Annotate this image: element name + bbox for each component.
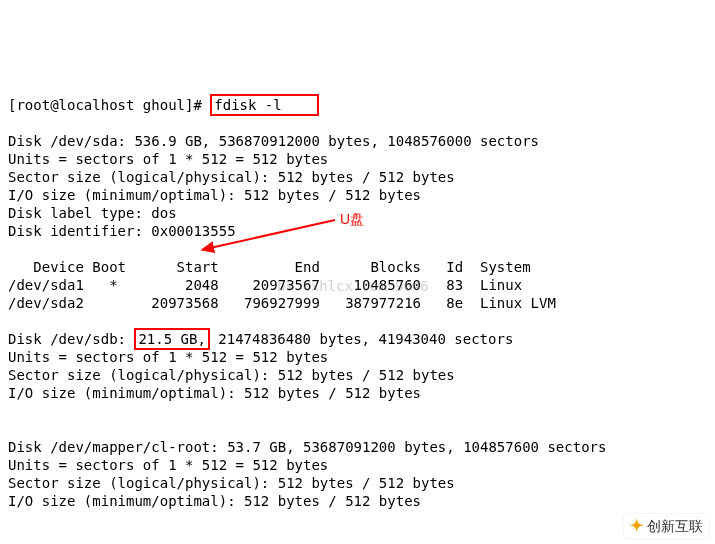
prompt-text: [root@localhost ghoul]# — [8, 97, 210, 113]
disk-sdb-suffix: 21474836480 bytes, 41943040 sectors — [210, 331, 513, 347]
terminal-output: [root@localhost ghoul]# fdisk -l Disk /d… — [8, 78, 707, 544]
brand-badge-text: 创新互联 — [647, 517, 703, 535]
disk-sdb-size: 21.5 GB, — [138, 331, 205, 347]
disk-sda-sector: Sector size (logical/physical): 512 byte… — [8, 169, 455, 185]
command-highlight-box: fdisk -l — [210, 94, 319, 116]
disk-sda-identifier: Disk identifier: 0x00013555 — [8, 223, 236, 239]
partition-table-header: Device Boot Start End Blocks Id System — [8, 259, 531, 275]
partition-row-sda1: /dev/sda1 * 2048 20973567 10485760 83 Li… — [8, 277, 522, 293]
disk-sdb-io: I/O size (minimum/optimal): 512 bytes / … — [8, 385, 421, 401]
annotation-label: U盘 — [340, 210, 364, 228]
disk-clroot-header: Disk /dev/mapper/cl-root: 53.7 GB, 53687… — [8, 439, 606, 455]
disk-sda-io: I/O size (minimum/optimal): 512 bytes / … — [8, 187, 421, 203]
disk-clroot-io: I/O size (minimum/optimal): 512 bytes / … — [8, 493, 421, 509]
sdb-size-highlight-box: 21.5 GB, — [134, 328, 209, 350]
disk-sda-header: Disk /dev/sda: 536.9 GB, 536870912000 by… — [8, 133, 539, 149]
disk-clroot-units: Units = sectors of 1 * 512 = 512 bytes — [8, 457, 328, 473]
brand-badge-icon: ✦ — [630, 517, 643, 535]
disk-clroot-sector: Sector size (logical/physical): 512 byte… — [8, 475, 455, 491]
disk-sda-labeltype: Disk label type: dos — [8, 205, 177, 221]
brand-badge: ✦ 创新互联 — [624, 514, 709, 538]
disk-sdb-prefix: Disk /dev/sdb: — [8, 331, 134, 347]
disk-sdb-sector: Sector size (logical/physical): 512 byte… — [8, 367, 455, 383]
disk-sdb-units: Units = sectors of 1 * 512 = 512 bytes — [8, 349, 328, 365]
partition-row-sda2: /dev/sda2 20973568 796927999 387977216 8… — [8, 295, 556, 311]
command-text: fdisk -l — [214, 97, 281, 113]
disk-sda-units: Units = sectors of 1 * 512 = 512 bytes — [8, 151, 328, 167]
